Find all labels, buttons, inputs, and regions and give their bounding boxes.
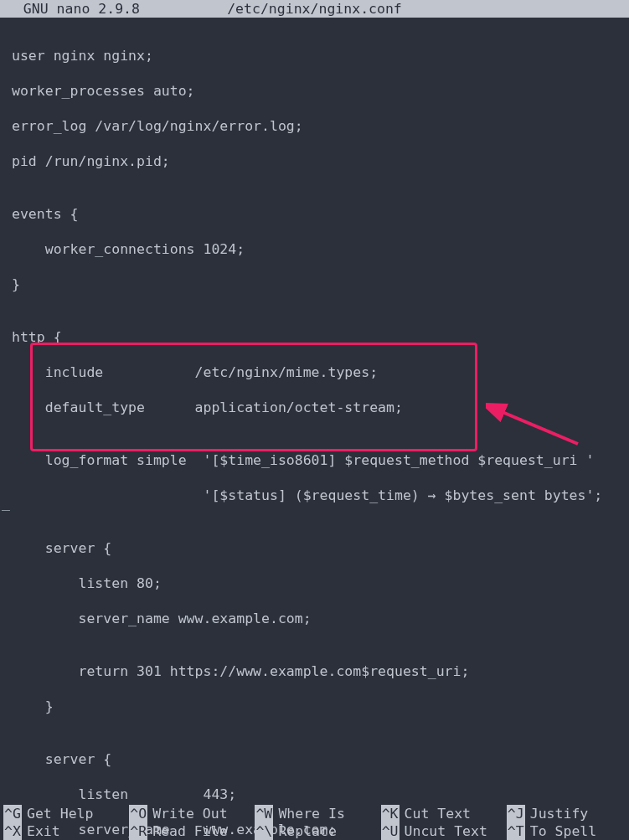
title-bar: GNU nano 2.9.8 /etc/nginx/nginx.conf	[0, 0, 629, 18]
shortcut-exit[interactable]: ^XExit	[0, 822, 126, 840]
shortcut-key: ^X	[3, 822, 22, 840]
shortcut-label: Write Out	[152, 805, 227, 822]
code-line: events {	[12, 205, 629, 223]
shortcut-label: Replace	[278, 822, 337, 840]
shortcut-justify[interactable]: ^JJustify	[503, 805, 629, 822]
code-line: log_format simple '[$time_iso8601] $requ…	[12, 451, 629, 469]
shortcut-key: ^J	[507, 805, 525, 822]
shortcut-key: ^G	[3, 805, 22, 822]
shortcut-label: Where Is	[278, 805, 344, 822]
line-continuation-mark: _	[0, 494, 12, 512]
shortcut-replace[interactable]: ^\Replace	[251, 822, 377, 840]
code-line: listen 443;	[12, 786, 629, 803]
shortcut-label: To Spell	[530, 822, 596, 840]
shortcut-read-file[interactable]: ^RRead File	[126, 822, 251, 840]
code-line: user nginx nginx;	[12, 47, 629, 64]
shortcut-key: ^U	[381, 822, 400, 840]
shortcut-label: Cut Text	[405, 805, 471, 822]
shortcut-get-help[interactable]: ^GGet Help	[0, 805, 126, 822]
code-line: }	[12, 698, 629, 715]
code-line: return 301 https://www.example.com$reque…	[12, 662, 629, 680]
shortcut-key: ^\	[255, 822, 273, 840]
shortcut-where-is[interactable]: ^WWhere Is	[251, 805, 377, 822]
code-line: error_log /var/log/nginx/error.log;	[12, 117, 629, 135]
shortcut-bar: ^GGet Help ^OWrite Out ^WWhere Is ^KCut …	[0, 805, 629, 840]
shortcut-label: Justify	[530, 805, 589, 822]
code-line: include /etc/nginx/mime.types;	[12, 363, 629, 381]
shortcut-cut-text[interactable]: ^KCut Text	[378, 805, 503, 822]
code-line: server {	[12, 750, 629, 768]
shortcut-label: Uncut Text	[405, 822, 487, 840]
shortcut-to-spell[interactable]: ^TTo Spell	[503, 822, 629, 840]
code-line: http {	[12, 328, 629, 346]
code-line: worker_connections 1024;	[12, 240, 629, 258]
code-line: '[$status] ($request_time) → $bytes_sent…	[12, 487, 629, 504]
shortcut-label: Exit	[27, 822, 60, 840]
editor-viewport[interactable]: user nginx nginx; worker_processes auto;…	[0, 18, 629, 840]
code-line: pid /run/nginx.pid;	[12, 152, 629, 170]
code-line: worker_processes auto;	[12, 82, 629, 100]
shortcut-label: Read File	[152, 822, 227, 840]
file-path: /etc/nginx/nginx.conf	[0, 0, 629, 18]
shortcut-uncut-text[interactable]: ^UUncut Text	[378, 822, 503, 840]
code-line: server_name www.example.com;	[12, 610, 629, 627]
code-line: }	[12, 276, 629, 293]
shortcut-key: ^W	[255, 805, 273, 822]
shortcut-key: ^K	[381, 805, 400, 822]
code-line: default_type application/octet-stream;	[12, 399, 629, 416]
code-line: server {	[12, 539, 629, 557]
shortcut-write-out[interactable]: ^OWrite Out	[126, 805, 251, 822]
code-line: listen 80;	[12, 575, 629, 592]
shortcut-label: Get Help	[27, 805, 93, 822]
shortcut-key: ^O	[129, 805, 147, 822]
shortcut-key: ^R	[129, 822, 147, 840]
shortcut-key: ^T	[507, 822, 525, 840]
